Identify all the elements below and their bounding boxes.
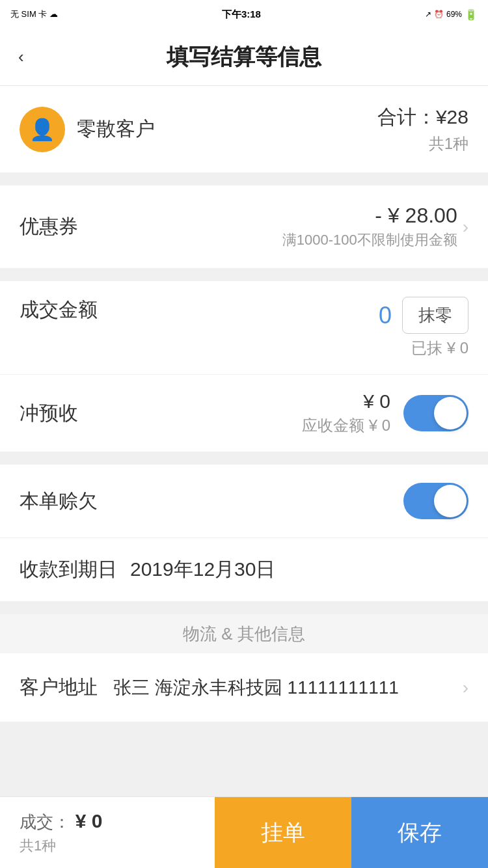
- address-value: 张三 海淀永丰科技园 11111111111: [113, 675, 463, 700]
- transaction-amount-input[interactable]: 0: [353, 302, 392, 329]
- address-label: 客户地址: [20, 674, 98, 701]
- address-section: 客户地址 张三 海淀永丰科技园 11111111111 ›: [0, 653, 488, 722]
- advance-amount: ¥ 0: [302, 390, 390, 413]
- transaction-value-right: 0 抹零: [353, 297, 468, 334]
- bottom-trade-amount: ¥ 0: [75, 810, 103, 832]
- coupon-right: - ¥ 28.00 满1000-100不限制使用金额: [282, 204, 457, 250]
- address-arrow-icon: ›: [463, 677, 468, 698]
- due-date-label: 收款到期日: [20, 556, 117, 583]
- bottom-bar: 成交： ¥ 0 共1种 挂单 保存: [0, 796, 488, 868]
- no-sim-label: 无 SIM 卡 ☁: [10, 8, 58, 20]
- coupon-row[interactable]: 优惠券 - ¥ 28.00 满1000-100不限制使用金额 ›: [0, 185, 488, 268]
- debt-toggle[interactable]: [403, 483, 468, 519]
- status-bar: 无 SIM 卡 ☁ 下午3:18 ↗ ⏰ 69% 🔋: [0, 0, 488, 29]
- debt-row: 本单赊欠: [0, 465, 488, 538]
- customer-left: 👤 零散客户: [20, 107, 155, 152]
- status-time: 下午3:18: [222, 8, 261, 21]
- customer-row: 👤 零散客户 合计：¥28 共1种: [0, 86, 488, 172]
- coupon-discount: - ¥ 28.00: [282, 204, 457, 228]
- status-left: 无 SIM 卡 ☁: [10, 8, 58, 20]
- advance-receivable: 应收金额 ¥ 0: [302, 415, 390, 436]
- toggle-knob: [434, 397, 467, 429]
- address-row[interactable]: 客户地址 张三 海淀永丰科技园 11111111111 ›: [0, 653, 488, 722]
- total-amount: 合计：¥28: [377, 104, 468, 131]
- nav-bar: ‹ 填写结算等信息: [0, 29, 488, 86]
- bottom-summary: 成交： ¥ 0 共1种: [0, 810, 215, 856]
- advance-right: ¥ 0 应收金额 ¥ 0: [302, 390, 390, 436]
- customer-avatar: 👤: [20, 107, 65, 152]
- debt-label: 本单赊欠: [20, 488, 98, 515]
- due-date-row[interactable]: 收款到期日 2019年12月30日: [0, 538, 488, 601]
- round-button[interactable]: 抹零: [402, 297, 468, 334]
- already-rounded-text: 已抹 ¥ 0: [411, 338, 468, 359]
- customer-name: 零散客户: [77, 116, 155, 142]
- bottom-count: 共1种: [20, 836, 215, 856]
- coupon-label: 优惠券: [20, 213, 78, 240]
- debt-section: 本单赊欠 收款到期日 2019年12月30日: [0, 465, 488, 601]
- coupon-arrow-icon: ›: [463, 217, 468, 237]
- advance-row: 冲预收 ¥ 0 应收金额 ¥ 0: [0, 375, 488, 452]
- hold-button[interactable]: 挂单: [215, 797, 351, 869]
- battery-label: 69%: [446, 10, 462, 19]
- alarm-icon: ⏰: [434, 10, 444, 19]
- back-button[interactable]: ‹: [18, 47, 24, 67]
- location-icon: ↗: [425, 10, 431, 19]
- avatar-icon: 👤: [29, 117, 55, 142]
- logistics-divider: 物流 & 其他信息: [0, 614, 488, 653]
- debt-toggle-knob: [434, 485, 467, 517]
- advance-label: 冲预收: [20, 400, 78, 427]
- customer-right: 合计：¥28 共1种: [377, 104, 468, 154]
- status-right: ↗ ⏰ 69% 🔋: [425, 8, 478, 21]
- battery-icon: 🔋: [465, 8, 478, 21]
- divider-text: 物流 & 其他信息: [183, 623, 305, 645]
- bottom-trade-label: 成交：: [20, 812, 70, 832]
- transaction-section: 成交金额 0 抹零 已抹 ¥ 0 冲预收 ¥ 0 应收金额 ¥ 0: [0, 281, 488, 452]
- total-count: 共1种: [377, 133, 468, 154]
- coupon-section: 优惠券 - ¥ 28.00 满1000-100不限制使用金额 ›: [0, 185, 488, 268]
- page-title: 填写结算等信息: [167, 42, 321, 72]
- transaction-amount-row: 成交金额 0 抹零 已抹 ¥ 0: [0, 281, 488, 375]
- coupon-desc: 满1000-100不限制使用金额: [282, 230, 457, 250]
- bottom-trade-row: 成交： ¥ 0: [20, 810, 215, 834]
- save-button[interactable]: 保存: [351, 797, 488, 869]
- content-area: 👤 零散客户 合计：¥28 共1种 优惠券 - ¥ 28.00 满1000-10…: [0, 86, 488, 813]
- transaction-label: 成交金额: [20, 297, 98, 323]
- due-date-value: 2019年12月30日: [130, 556, 275, 583]
- advance-toggle[interactable]: [403, 395, 468, 431]
